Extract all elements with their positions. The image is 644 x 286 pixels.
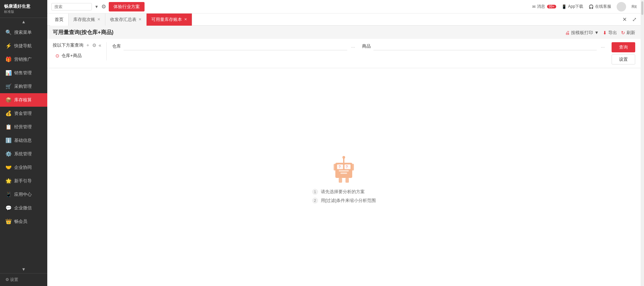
sidebar-item-member[interactable]: 👑 畅会员 <box>0 215 47 228</box>
tab-batch-close[interactable]: ✕ <box>97 17 100 22</box>
refresh-button[interactable]: ↻ 刷新 <box>621 30 635 36</box>
sidebar-item-enterprise[interactable]: 🤝 企业协同 <box>0 161 47 174</box>
hint-num-1: 1 <box>312 189 318 195</box>
sidebar-item-finance[interactable]: 💰 资金管理 <box>0 107 47 120</box>
sidebar-bottom[interactable]: ⚙ 设置 <box>0 273 47 286</box>
sidebar-item-label: 系统管理 <box>14 151 32 157</box>
username-label: Rit <box>632 4 637 9</box>
sidebar: 畅康通好生意 标准版 ▲ 🔍 搜索菜单 ⚡ 快捷导航 🎁 营销推广 📊 销售管理… <box>0 0 47 286</box>
product-input[interactable] <box>373 42 597 50</box>
add-scheme-btn[interactable]: ＋ <box>85 42 90 48</box>
newbie-icon: 🌟 <box>5 178 11 184</box>
marketing-icon: 🎁 <box>5 56 11 62</box>
sidebar-item-inventory[interactable]: 📦 库存核算 <box>0 93 47 107</box>
member-icon: 👑 <box>5 218 11 225</box>
trial-industry-button[interactable]: 体验行业方案 <box>109 2 145 11</box>
sidebar-item-wechat[interactable]: 💬 企业微信 <box>0 201 47 215</box>
sidebar-nav: 🔍 搜索菜单 ⚡ 快捷导航 🎁 营销推广 📊 销售管理 🛒 采购管理 📦 库存核… <box>0 26 47 265</box>
message-label: 消息 <box>537 4 545 9</box>
filter-field-warehouse: 仓库 … <box>112 42 357 50</box>
right-scroll-track <box>641 0 644 286</box>
sidebar-item-label: 销售管理 <box>14 70 32 76</box>
avatar[interactable] <box>617 2 626 11</box>
page-header-actions: 🖨 按模板打印 ▼ ⬇ 导出 ↻ 刷新 <box>565 30 635 36</box>
content-area: ? ? 1 请先选择要分析的方案 2 用[过滤]条件来缩小分析范围 <box>47 68 641 286</box>
hint-text-2: 用[过滤]条件来缩小分析范围 <box>321 198 376 204</box>
refresh-icon: ↻ <box>621 30 625 35</box>
operations-icon: 📋 <box>5 124 11 130</box>
sidebar-item-label: 应用中心 <box>14 191 32 198</box>
sales-icon: 📊 <box>5 70 11 76</box>
sidebar-item-label: 搜索菜单 <box>14 29 32 35</box>
print-dropdown-icon: ▼ <box>594 30 599 35</box>
service-icon: 🎧 <box>589 4 594 9</box>
print-label: 按模板打印 <box>571 30 593 36</box>
sidebar-item-label: 企业微信 <box>14 205 32 211</box>
sidebar-item-search[interactable]: 🔍 搜索菜单 <box>0 26 47 39</box>
system-icon: ⚙️ <box>5 151 11 157</box>
app-download-button[interactable]: 📱 App下载 <box>562 4 583 9</box>
query-button[interactable]: 查询 <box>612 42 635 52</box>
collapse-scheme-btn[interactable]: « <box>99 43 101 48</box>
search-dropdown-btn[interactable]: ▼ <box>95 4 99 9</box>
topbar: ▼ ⚙ 体验行业方案 ✉ 消息 99+ 📱 App下载 🎧 在线客服 Rit <box>47 0 641 14</box>
edit-scheme-btn[interactable]: ⚙ <box>92 43 97 48</box>
export-button[interactable]: ⬇ 导出 <box>603 30 617 36</box>
window-close-btn[interactable]: ✕ <box>621 15 628 24</box>
sidebar-item-label: 企业协同 <box>14 164 32 171</box>
search-input[interactable] <box>51 3 92 10</box>
message-button[interactable]: ✉ 消息 99+ <box>532 4 556 9</box>
sidebar-item-label: 新手引导 <box>14 178 32 184</box>
tab-summary[interactable]: 收发存汇总表 ✕ <box>105 14 147 26</box>
sidebar-item-sales[interactable]: 📊 销售管理 <box>0 66 47 80</box>
export-icon: ⬇ <box>603 30 607 35</box>
product-more-btn[interactable]: … <box>599 43 606 49</box>
svg-point-10 <box>342 156 345 159</box>
hint-num-2: 2 <box>312 198 318 204</box>
tab-batch[interactable]: 库存批次账 ✕ <box>69 14 105 26</box>
sidebar-item-purchase[interactable]: 🛒 采购管理 <box>0 80 47 93</box>
svg-text:?: ? <box>339 165 341 169</box>
scroll-thumb[interactable] <box>641 1 643 15</box>
empty-state-illustration: ? ? <box>327 151 361 185</box>
tab-available-close[interactable]: ✕ <box>184 17 187 22</box>
sidebar-item-newbie[interactable]: 🌟 新手引导 <box>0 174 47 188</box>
sidebar-item-marketing[interactable]: 🎁 营销推广 <box>0 53 47 66</box>
sidebar-item-basic[interactable]: ℹ️ 基础信息 <box>0 134 47 147</box>
query-actions: 查询 设置 <box>612 42 635 64</box>
empty-state: ? ? 1 请先选择要分析的方案 2 用[过滤]条件来缩小分析范围 <box>312 151 376 204</box>
sidebar-item-shortcut[interactable]: ⚡ 快捷导航 <box>0 39 47 53</box>
tab-available-label: 可用量库存账本 <box>151 17 182 23</box>
filter-field-product: 商品 … <box>362 42 607 50</box>
tab-summary-close[interactable]: ✕ <box>138 17 141 22</box>
print-button[interactable]: 🖨 按模板打印 ▼ <box>565 30 599 36</box>
empty-hint-1: 1 请先选择要分析的方案 <box>312 189 376 195</box>
tab-available[interactable]: 可用量库存账本 ✕ <box>147 14 192 26</box>
sidebar-item-label: 采购管理 <box>14 83 32 89</box>
sidebar-item-system[interactable]: ⚙️ 系统管理 <box>0 147 47 161</box>
filter-scheme-header: 按以下方案查询 ＋ ⚙ « <box>53 42 102 48</box>
column-settings-button[interactable]: 设置 <box>612 54 635 64</box>
wechat-icon: 💬 <box>5 205 11 211</box>
warehouse-more-btn[interactable]: … <box>350 43 357 49</box>
scheme-warehouse-product[interactable]: ⊙ 仓库+商品 <box>53 51 102 60</box>
online-service-button[interactable]: 🎧 在线客服 <box>589 4 611 9</box>
settings-gear-icon[interactable]: ⚙ <box>101 3 106 10</box>
app-title: 畅康通好生意 <box>4 3 43 9</box>
app-download-label: App下载 <box>568 4 583 9</box>
tab-home[interactable]: 首页 <box>50 14 69 26</box>
sidebar-item-label: 畅会员 <box>14 218 27 225</box>
sidebar-item-label: 快捷导航 <box>14 43 32 49</box>
sidebar-scroll-up[interactable]: ▲ <box>0 18 47 26</box>
sidebar-item-appcenter[interactable]: 📱 应用中心 <box>0 188 47 201</box>
sidebar-scroll-down[interactable]: ▼ <box>0 265 47 273</box>
svg-rect-8 <box>345 178 349 183</box>
sidebar-item-operations[interactable]: 📋 经营管理 <box>0 120 47 134</box>
filter-area: 按以下方案查询 ＋ ⚙ « ⊙ 仓库+商品 仓库 … 商品 … 查 <box>47 39 641 68</box>
sidebar-item-label: 经营管理 <box>14 124 32 130</box>
svg-rect-3 <box>339 170 349 172</box>
scheme-icon: ⊙ <box>55 53 59 58</box>
export-label: 导出 <box>608 30 617 36</box>
warehouse-input[interactable] <box>124 42 347 50</box>
window-expand-btn[interactable]: ⤢ <box>631 15 638 24</box>
